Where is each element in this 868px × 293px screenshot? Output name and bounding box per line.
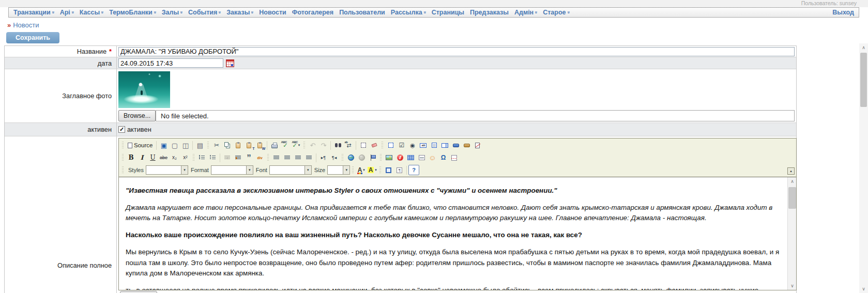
toolbar-collapse-button[interactable] xyxy=(787,167,795,175)
nav-item-predzakazy[interactable]: Предзаказы xyxy=(470,9,509,16)
select-all-icon[interactable] xyxy=(358,140,369,150)
nav-item-polzovateli[interactable]: Пользователи xyxy=(339,9,385,16)
breadcrumb-link-news[interactable]: Новости xyxy=(13,21,39,29)
align-center-icon[interactable] xyxy=(282,152,293,163)
remove-format-icon[interactable] xyxy=(369,140,379,150)
save-icon[interactable]: ▣ xyxy=(158,140,169,150)
numbered-list-icon[interactable] xyxy=(196,152,207,163)
text-direction-rtl-icon[interactable]: ¶◂ xyxy=(329,152,340,163)
strikethrough-icon[interactable]: abe xyxy=(158,152,169,163)
form-icon[interactable] xyxy=(385,140,396,150)
special-character-icon[interactable]: Ω xyxy=(438,152,449,163)
active-checkbox[interactable] xyxy=(118,126,125,133)
horizontal-rule-icon[interactable] xyxy=(416,152,427,163)
date-input[interactable] xyxy=(118,58,223,68)
nav-item-zaly[interactable]: Залы» xyxy=(162,9,182,16)
radio-button-icon[interactable]: ◉ xyxy=(407,140,418,150)
flash-icon[interactable] xyxy=(394,152,405,163)
nav-item-stranicy[interactable]: Страницы xyxy=(432,9,464,16)
nav-item-novosti[interactable]: Новости xyxy=(259,9,286,16)
subscript-icon[interactable]: x₂ xyxy=(169,152,180,163)
nav-item-admin[interactable]: Адмiн» xyxy=(514,9,537,16)
italic-icon[interactable]: I xyxy=(136,152,147,163)
browse-button[interactable]: Browse... xyxy=(118,110,156,121)
textarea-icon[interactable] xyxy=(429,140,439,150)
image-icon[interactable] xyxy=(384,152,394,163)
paste-from-word-icon[interactable]: W xyxy=(254,140,265,150)
nav-item-rassylka[interactable]: Рассылка» xyxy=(391,9,426,16)
editor-content-area[interactable]: "Известная певица рассказала в эксклюзив… xyxy=(119,177,796,290)
nav-item-termoblanki[interactable]: ТермоБланки» xyxy=(109,9,156,16)
image-button-icon[interactable] xyxy=(461,140,472,150)
paste-icon[interactable] xyxy=(233,140,243,150)
nav-item-zakazy[interactable]: Заказы» xyxy=(226,9,253,16)
nav-item-staroe[interactable]: Старое» xyxy=(543,9,569,16)
editor-scrollbar[interactable] xyxy=(787,177,796,290)
nav-item-fotogalereya[interactable]: Фотогалерея xyxy=(292,9,333,16)
blockquote-icon[interactable]: ” xyxy=(243,152,254,163)
text-direction-ltr-icon[interactable]: ▸¶ xyxy=(318,152,329,163)
nav-item-kassy[interactable]: Кассы» xyxy=(80,9,103,16)
format-select[interactable]: ▾ xyxy=(211,165,253,175)
increase-indent-icon[interactable] xyxy=(233,152,243,163)
superscript-icon[interactable]: x² xyxy=(180,152,191,163)
new-page-icon[interactable]: ▢ xyxy=(169,140,180,150)
scroll-up-arrow-icon[interactable] xyxy=(788,177,796,186)
nav-item-tranzakcii[interactable]: Транзакции» xyxy=(13,9,54,16)
maximize-icon[interactable] xyxy=(383,165,394,175)
nav-item-sobytiya[interactable]: События» xyxy=(188,9,221,16)
hidden-field-icon[interactable] xyxy=(472,140,483,150)
link-icon[interactable] xyxy=(345,152,356,163)
editor-element-path-button[interactable] xyxy=(120,291,157,293)
templates-icon[interactable]: ▤ xyxy=(194,140,205,150)
check-spelling-icon[interactable]: ✓ABC xyxy=(280,140,291,150)
anchor-icon[interactable] xyxy=(367,152,378,163)
styles-select[interactable]: ▾ xyxy=(146,165,188,175)
print-icon[interactable] xyxy=(269,140,280,150)
text-color-glyph-text: A xyxy=(358,167,362,173)
align-right-icon[interactable] xyxy=(293,152,303,163)
div-container-icon[interactable]: div xyxy=(254,152,265,163)
page-break-icon[interactable] xyxy=(449,152,460,163)
paste-plain-text-icon[interactable]: T xyxy=(243,140,254,150)
page-scrollbar[interactable] xyxy=(859,43,868,293)
save-button[interactable]: Сохранить xyxy=(6,32,59,43)
source-button[interactable]: Source xyxy=(126,140,155,150)
scayt-icon[interactable]: ✓ABC▾ xyxy=(291,140,301,150)
bold-icon[interactable]: B xyxy=(126,152,136,163)
smiley-icon[interactable]: ☺ xyxy=(427,152,438,163)
bulleted-list-icon[interactable] xyxy=(207,152,218,163)
find-icon[interactable] xyxy=(332,140,343,150)
table-icon[interactable] xyxy=(405,152,416,163)
size-select[interactable]: ▾ xyxy=(327,165,350,175)
background-color-icon[interactable]: A▾ xyxy=(367,165,377,175)
underline-icon[interactable]: U xyxy=(147,152,158,163)
chevron-down-icon[interactable]: ▾ xyxy=(181,166,188,174)
chevron-down-icon[interactable]: ▾ xyxy=(304,166,311,174)
scroll-down-arrow-icon[interactable] xyxy=(788,282,796,290)
checkbox-icon[interactable]: ☑ xyxy=(396,140,407,150)
page-scrollbar-thumb[interactable] xyxy=(860,53,867,107)
cut-icon[interactable]: ✂ xyxy=(211,140,222,150)
replace-icon[interactable]: ⇄ab xyxy=(343,140,354,150)
chevron-down-icon[interactable]: ▾ xyxy=(246,166,253,174)
nav-logout[interactable]: Выход xyxy=(832,9,854,16)
page-scroll-down-arrow-icon[interactable] xyxy=(859,285,868,293)
chevron-down-icon[interactable]: ▾ xyxy=(343,166,349,174)
align-justify-icon[interactable] xyxy=(303,152,314,163)
page-scroll-up-arrow-icon[interactable] xyxy=(859,43,868,52)
align-left-icon[interactable] xyxy=(271,152,282,163)
show-blocks-icon[interactable] xyxy=(394,165,405,175)
preview-icon[interactable]: ◫ xyxy=(180,140,191,150)
button-icon[interactable] xyxy=(450,140,461,150)
selection-field-icon[interactable] xyxy=(439,140,450,150)
text-color-icon[interactable]: A▾ xyxy=(356,165,367,175)
copy-icon[interactable] xyxy=(222,140,233,150)
font-select[interactable]: ▾ xyxy=(269,165,312,175)
about-icon[interactable]: ? xyxy=(408,165,419,175)
text-field-icon[interactable] xyxy=(418,140,429,150)
editor-scrollbar-thumb[interactable] xyxy=(788,187,796,209)
calendar-icon[interactable] xyxy=(226,59,234,67)
nav-item-api[interactable]: Api» xyxy=(60,9,74,16)
title-input[interactable] xyxy=(118,47,795,56)
